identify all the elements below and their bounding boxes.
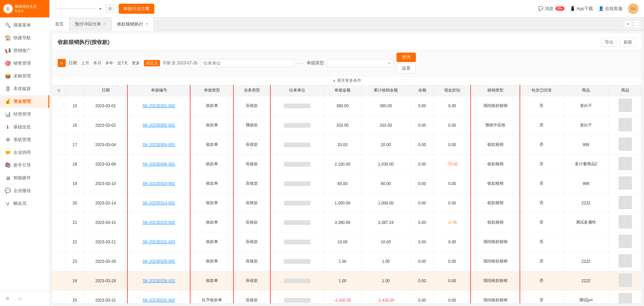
sidebar-item-search[interactable]: 🔍 搜索菜单 [0, 19, 49, 32]
tab-close-prepay[interactable]: ✕ [103, 22, 106, 26]
row-settings-10[interactable] [52, 291, 66, 304]
sidebar-item-operations[interactable]: 📊 经营管理 [0, 108, 49, 121]
sidebar-item-quicknav[interactable]: 🏠 快捷导航 [0, 32, 49, 44]
user-avatar[interactable]: Rit [628, 3, 639, 14]
topbar-online-service-btn[interactable]: 👤 在线客服 [598, 6, 623, 12]
row-amount-1: 333.00 [324, 116, 362, 135]
filter-partner-input[interactable] [200, 59, 294, 67]
sidebar-item-basic[interactable]: ℹ 基础信息 [0, 121, 49, 133]
row-settings-7[interactable] [52, 232, 66, 252]
row-include-settled-2: 否 [520, 135, 563, 155]
row-settings-8[interactable] [52, 252, 66, 271]
sidebar-label-basic: 基础信息 [13, 124, 31, 130]
filter-query-btn[interactable]: 查询 [396, 53, 416, 62]
row-settings-1[interactable] [52, 116, 66, 135]
tab-expand-btn[interactable]: ⛶ [633, 20, 641, 28]
row-settings-6[interactable] [52, 213, 66, 232]
tab-home[interactable]: 首页 [50, 17, 69, 31]
sidebar-item-hardware[interactable]: 🖥 智能硬件 [0, 172, 49, 184]
filter-custom-btn[interactable]: 自定义 [144, 60, 160, 66]
th-include-settled[interactable]: 包含已结清 [520, 85, 563, 96]
sidebar-item-member[interactable]: V 畅会员 [0, 197, 49, 210]
sidebar-collapse-btn[interactable]: ◁ [15, 294, 24, 303]
filter-date-opt-近7天[interactable]: 近7天 [116, 60, 129, 67]
sidebar-item-system[interactable]: ⚙ 系统管理 [0, 133, 49, 146]
topbar-messages-btn[interactable]: 💬 消息 99+ [538, 6, 565, 12]
row-settings-0[interactable] [52, 96, 66, 116]
row-date-3: 2023-03-08 [84, 155, 127, 174]
row-goods-2: 999 [563, 135, 609, 155]
filter-date-opt-本月[interactable]: 本月 [92, 60, 103, 67]
filter-voucher-type-select[interactable] [327, 59, 394, 67]
filter-dots[interactable]: ··· [297, 60, 304, 67]
sidebar-item-inventory[interactable]: 🗄 库存核算 [0, 82, 49, 95]
row-writeoff-type-0: 现结收款核销 [471, 96, 520, 116]
row-settings-4[interactable] [52, 174, 66, 193]
th-biz-type[interactable]: 业务类型 [233, 85, 270, 96]
row-writeoff-type-6: 收款核销 [471, 213, 520, 232]
th-settings[interactable]: ⚙ [52, 85, 66, 96]
th-amount[interactable]: 单据金额 [324, 85, 362, 96]
filter-voucher-type-label: 单据类型 [307, 60, 324, 66]
sidebar-label-finance: 资金管理 [13, 99, 31, 105]
sidebar-item-finance[interactable]: 💰 资金管理 [0, 95, 49, 108]
row-cash-discount-5: 0.00 [434, 193, 471, 213]
row-date-1: 2023-03-02 [84, 116, 127, 135]
tab-prepay[interactable]: 预付冲应付单✕ [69, 17, 112, 31]
row-cash-discount-6: -2.76 [434, 213, 471, 232]
row-include-settled-3: 否 [520, 155, 563, 174]
th-voucher-no[interactable]: 单据编号 [127, 85, 190, 96]
topbar-gear-btn[interactable]: ⚙ [105, 4, 115, 13]
filter-date-opt-本年[interactable]: 本年 [104, 60, 115, 67]
row-settings-3[interactable] [52, 155, 66, 174]
row-goods-4: 999 [563, 174, 609, 193]
logo-icon: 6 [3, 4, 13, 13]
row-date-7: 2023-03-21 [84, 232, 127, 252]
filter-expand-btn[interactable]: » [58, 59, 66, 67]
refresh-btn[interactable]: 刷新 [620, 38, 636, 47]
row-biz-type-8: 应收款 [233, 252, 270, 271]
filter-expand-more-row[interactable]: ∨ 展开更多条件 [52, 76, 641, 85]
th-writeoff-type[interactable]: 核销类型 [471, 85, 520, 96]
sidebar-label-wechat: 企业微信 [13, 188, 31, 194]
row-goods2-0 [609, 96, 641, 116]
row-num-4: 19 [66, 174, 84, 193]
filter-settings-btn[interactable]: 设置 [396, 63, 416, 73]
th-goods2[interactable]: 商品 [609, 85, 641, 96]
export-btn[interactable]: 导出 [601, 38, 617, 47]
topbar-dropdown-icon[interactable]: ▾ [99, 6, 101, 11]
sidebar-item-marketing[interactable]: 📢 营销推广 [0, 44, 49, 57]
th-total-writeoff[interactable]: 累计核销金额 [361, 85, 410, 96]
row-num-3: 18 [66, 155, 84, 174]
row-voucher-no-2: SK-20230304-001 [127, 135, 190, 155]
row-balance-9: 0.00 [410, 271, 434, 291]
topbar-app-download-btn[interactable]: 📱 App下载 [570, 6, 593, 12]
th-partner[interactable]: 往来单位 [270, 85, 324, 96]
row-settings-2[interactable] [52, 135, 66, 155]
sidebar-item-purchase[interactable]: 📦 采购管理 [0, 70, 49, 82]
sidebar-item-collab[interactable]: 🤝 企业协同 [0, 146, 49, 159]
th-voucher-type[interactable]: 单据类型 [190, 85, 233, 96]
tab-collection[interactable]: 收款核销执行✕ [112, 17, 154, 31]
th-balance[interactable]: 余额 [410, 85, 434, 96]
row-include-settled-1: 否 [520, 116, 563, 135]
filter-date-opt-更多[interactable]: 更多 [130, 60, 141, 67]
topbar-solution-btn[interactable]: 体验行业方案 [119, 4, 154, 14]
sidebar-settings-btn[interactable]: ⚙ [3, 294, 12, 303]
main-area: ▾ ⚙ 体验行业方案 💬 消息 99+ 📱 App下载 👤 在线客服 Rit 首… [50, 0, 644, 306]
row-goods2-6 [609, 213, 641, 232]
sidebar-item-wechat[interactable]: 💬 企业微信 [0, 184, 49, 197]
sidebar-item-guide[interactable]: 📚 新手引导 [0, 159, 49, 172]
th-cash-discount[interactable]: 现金折扣 [434, 85, 471, 96]
data-table: ⚙ 日期 单据编号 单据类型 业务类型 往来单位 单据金额 累计核销金额 余额 … [52, 85, 641, 303]
row-amount-9: 1.00 [324, 271, 362, 291]
row-settings-9[interactable] [52, 271, 66, 291]
tab-close-btn[interactable]: ✕ [624, 20, 632, 28]
filter-date-opt-上月[interactable]: 上月 [80, 60, 91, 67]
sidebar-logo: 6 畅康道好生意 标推版 [0, 0, 49, 17]
sidebar-item-sales[interactable]: 🎯 销售管理 [0, 57, 49, 70]
tab-close-collection[interactable]: ✕ [145, 22, 148, 26]
row-settings-5[interactable] [52, 193, 66, 213]
th-date[interactable]: 日期 [84, 85, 127, 96]
th-goods[interactable]: 商品 [563, 85, 609, 96]
